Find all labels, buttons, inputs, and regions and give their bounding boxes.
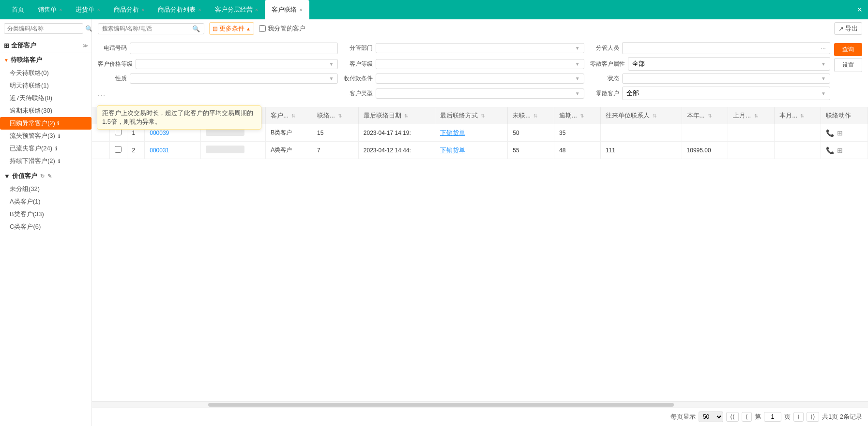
tab-purchase-close[interactable]: × xyxy=(97,7,100,13)
sidebar-item-already-lost[interactable]: 已流失客户(24) ℹ xyxy=(0,142,91,155)
row2-check[interactable] xyxy=(109,142,127,159)
row2-last-way[interactable]: 下销货单 xyxy=(435,142,507,159)
tab-sales-close[interactable]: × xyxy=(59,7,62,13)
horizontal-scrollbar[interactable] xyxy=(92,401,868,407)
col-last-date-sort[interactable]: ⇅ xyxy=(404,113,408,118)
dept-label: 分管部门 xyxy=(344,44,373,52)
gender-arrow: ▼ xyxy=(329,76,334,81)
tab-analysis-close[interactable]: × xyxy=(141,7,144,13)
gender-select[interactable]: ▼ xyxy=(130,73,338,84)
col-contact-person[interactable]: 往来单位联系人 ⇅ xyxy=(600,107,682,124)
col-contact-sort[interactable]: ⇅ xyxy=(338,113,342,118)
col-this-month[interactable]: 本月... ⇅ xyxy=(775,107,821,124)
sidebar-pending-group[interactable]: ▼ 待联络客户 xyxy=(0,53,91,67)
retail-select[interactable]: 全部 ▼ xyxy=(622,87,830,100)
tab-customer-contact-close[interactable]: × xyxy=(299,7,302,13)
prev-page-button[interactable]: ⟨ xyxy=(742,412,752,422)
customer-level-select[interactable]: ▼ xyxy=(376,59,584,69)
col-last-way-sort[interactable]: ⇅ xyxy=(481,113,485,118)
sidebar-item-a-class[interactable]: A类客户(1) xyxy=(0,195,91,208)
person-dots[interactable]: ··· xyxy=(821,44,826,52)
row1-last-way[interactable]: 下销货单 xyxy=(435,124,507,142)
retail-attr-select[interactable]: 全部 ▼ xyxy=(628,57,830,71)
col-contact[interactable]: 联络... ⇅ xyxy=(312,107,359,124)
sidebar-item-repurchase-abnormal[interactable]: 回购异常客户(2) ℹ xyxy=(0,117,91,130)
col-this-year[interactable]: 本年... ⇅ xyxy=(682,107,728,124)
tab-customer-seg-close[interactable]: × xyxy=(255,7,258,13)
my-customers-checkbox[interactable] xyxy=(259,25,266,32)
window-close-button[interactable]: × xyxy=(857,5,862,15)
edit-icon[interactable]: ✎ xyxy=(47,173,52,179)
sidebar-item-overdue[interactable]: 逾期未联络(30) xyxy=(0,104,91,117)
row2-name-blurred xyxy=(206,146,244,153)
col-overdue-sort[interactable]: ⇅ xyxy=(580,113,584,118)
sidebar-search-icon[interactable]: 🔍 xyxy=(85,25,92,32)
tab-analysis-list[interactable]: 商品分析列表 × xyxy=(151,0,208,19)
refresh-icon[interactable]: ↻ xyxy=(40,173,45,179)
sidebar-item-today[interactable]: 今天待联络(0) xyxy=(0,67,91,79)
page-number-input[interactable] xyxy=(764,412,781,422)
sidebar-value-group[interactable]: ▼ 价值客户 ↻ ✎ xyxy=(0,169,91,183)
filter-search-icon[interactable]: 🔍 xyxy=(192,25,200,32)
sidebar-item-7days[interactable]: 近7天待联络(0) xyxy=(0,92,91,104)
row1-last-way-link[interactable]: 下销货单 xyxy=(440,129,465,136)
row2-grid-icon[interactable]: ⊞ xyxy=(837,147,843,154)
col-this-month-sort[interactable]: ⇅ xyxy=(800,113,804,118)
dept-select[interactable]: ▼ xyxy=(376,43,584,53)
filter-dots[interactable]: ... xyxy=(98,90,106,97)
row1-grid-icon[interactable]: ⊞ xyxy=(837,129,843,137)
sidebar-item-c-class[interactable]: C类客户(6) xyxy=(0,220,91,233)
row2-code[interactable]: 000031 xyxy=(145,142,201,159)
my-customers-filter[interactable]: 我分管的客户 xyxy=(259,24,305,33)
scrollbar-thumb[interactable] xyxy=(208,403,674,407)
first-page-button[interactable]: ⟨⟨ xyxy=(726,412,739,422)
row2-phone-icon[interactable]: 📞 xyxy=(826,147,834,154)
customer-type-select[interactable]: ▼ xyxy=(376,88,584,99)
filter-more-conditions[interactable]: ⊟ 更多条件 ▲ xyxy=(209,22,254,35)
status-label: 状态 xyxy=(590,74,619,83)
row2-last-way-link[interactable]: 下销货单 xyxy=(440,147,465,154)
sidebar-item-b-class[interactable]: B类客户(33) xyxy=(0,208,91,220)
sidebar-collapse-icon[interactable]: ≫ xyxy=(83,43,88,48)
per-page-select[interactable]: 50 20 100 xyxy=(699,411,723,422)
sidebar-item-lost-preview[interactable]: 流失预警客户(3) ℹ xyxy=(0,130,91,142)
export-button[interactable]: ↗ 导出 xyxy=(834,22,862,35)
tab-purchase[interactable]: 进货单 × xyxy=(69,0,107,19)
next-page-button[interactable]: ⟩ xyxy=(793,412,804,422)
row2-name xyxy=(201,142,266,159)
settings-button[interactable]: 设置 xyxy=(834,58,862,72)
payment-select[interactable]: ▼ xyxy=(376,73,584,84)
col-last-month[interactable]: 上月... ⇅ xyxy=(728,107,775,124)
col-type-sort[interactable]: ⇅ xyxy=(291,113,295,118)
price-level-select[interactable]: ▼ xyxy=(136,59,338,69)
query-button[interactable]: 查询 xyxy=(834,43,862,56)
row1-phone-icon[interactable]: 📞 xyxy=(826,129,834,137)
row2-checkbox[interactable] xyxy=(115,146,122,153)
last-page-button[interactable]: ⟩⟩ xyxy=(807,412,819,422)
tab-analysis-list-close[interactable]: × xyxy=(198,7,201,13)
col-last-way[interactable]: 最后联络方式 ⇅ xyxy=(435,107,507,124)
status-select[interactable]: ▼ xyxy=(622,73,830,84)
col-last-date[interactable]: 最后联络日期 ⇅ xyxy=(358,107,435,124)
col-contact-person-sort[interactable]: ⇅ xyxy=(653,113,656,118)
col-this-year-sort[interactable]: ⇅ xyxy=(708,113,712,118)
sidebar-item-tomorrow[interactable]: 明天待联络(1) xyxy=(0,79,91,92)
person-select[interactable]: ··· xyxy=(622,42,830,54)
tab-home[interactable]: 首页 xyxy=(5,0,31,19)
sidebar-all-customers[interactable]: ⊞ 全部客户 ≫ xyxy=(0,38,91,53)
col-type[interactable]: 客户... ⇅ xyxy=(266,107,312,124)
sidebar-search-input[interactable] xyxy=(4,23,83,34)
tab-customer-seg[interactable]: 客户分层经营 × xyxy=(208,0,265,19)
col-last-month-sort[interactable]: ⇅ xyxy=(754,113,758,118)
tab-customer-contact[interactable]: 客户联络 × xyxy=(265,0,309,19)
filter-search-input[interactable] xyxy=(102,25,190,32)
col-not-contact-sort[interactable]: ⇅ xyxy=(533,113,537,118)
row1-checkbox[interactable] xyxy=(115,129,122,135)
col-overdue[interactable]: 逾期... ⇅ xyxy=(554,107,601,124)
sidebar-item-declining[interactable]: 持续下滑客户(2) ℹ xyxy=(0,155,91,167)
phone-input[interactable] xyxy=(130,43,338,54)
tab-sales[interactable]: 销售单 × xyxy=(31,0,69,19)
sidebar-item-unclassified[interactable]: 未分组(32) xyxy=(0,183,91,195)
col-not-contact[interactable]: 未联... ⇅ xyxy=(508,107,554,124)
tab-analysis[interactable]: 商品分析 × xyxy=(107,0,151,19)
